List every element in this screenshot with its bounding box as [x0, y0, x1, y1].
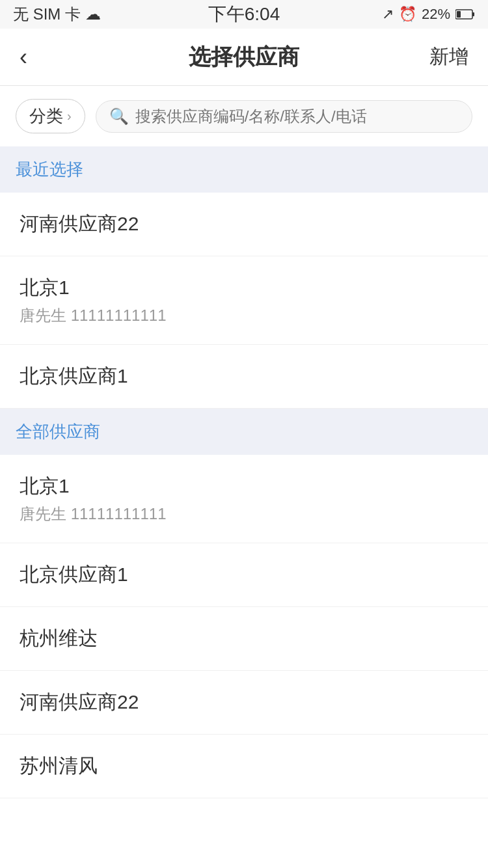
status-time: 下午6:04	[208, 2, 280, 27]
list-item[interactable]: 北京供应商1	[0, 543, 488, 607]
list-item[interactable]: 河南供应商22	[0, 193, 488, 256]
supplier-name: 北京1	[20, 275, 468, 301]
recent-list: 河南供应商22北京1唐先生 11111111111北京供应商1	[0, 193, 488, 409]
supplier-sub: 唐先生 11111111111	[20, 305, 468, 326]
all-list: 北京1唐先生 11111111111北京供应商1杭州维达河南供应商22苏州清风	[0, 455, 488, 798]
supplier-sub: 唐先生 11111111111	[20, 504, 468, 524]
category-label: 分类	[29, 105, 63, 128]
battery-icon	[455, 9, 475, 20]
add-button[interactable]: 新增	[429, 44, 468, 70]
status-bar: 无 SIM 卡 ☁ 下午6:04 ↗ ⏰ 22%	[0, 0, 488, 29]
list-item[interactable]: 北京1唐先生 11111111111	[0, 256, 488, 345]
all-section-header: 全部供应商	[0, 409, 488, 455]
supplier-name: 苏州清风	[20, 753, 468, 780]
page-title: 选择供应商	[189, 42, 299, 72]
status-left: 无 SIM 卡 ☁	[13, 4, 101, 25]
recent-section-label: 最近选择	[16, 159, 83, 179]
all-section-label: 全部供应商	[16, 422, 100, 441]
supplier-name: 北京供应商1	[20, 562, 468, 588]
back-button[interactable]: ‹	[20, 44, 59, 71]
list-item[interactable]: 苏州清风	[0, 735, 488, 798]
svg-rect-1	[472, 12, 474, 16]
filter-bar: 分类 › 🔍	[0, 86, 488, 146]
alarm-icon: ⏰	[399, 6, 416, 23]
search-icon: 🔍	[109, 107, 129, 126]
battery-label: 22%	[422, 6, 450, 23]
no-sim-label: 无 SIM 卡 ☁	[13, 4, 101, 25]
supplier-name: 杭州维达	[20, 625, 468, 652]
list-item[interactable]: 北京供应商1	[0, 345, 488, 409]
supplier-name: 北京供应商1	[20, 363, 468, 390]
supplier-name: 河南供应商22	[20, 689, 468, 716]
nav-bar: ‹ 选择供应商 新增	[0, 29, 488, 86]
location-icon: ↗	[382, 6, 394, 23]
supplier-name: 北京1	[20, 473, 468, 500]
search-bar[interactable]: 🔍	[96, 100, 472, 133]
search-input[interactable]	[135, 107, 459, 126]
list-item[interactable]: 河南供应商22	[0, 671, 488, 735]
category-button[interactable]: 分类 ›	[16, 99, 85, 133]
list-item[interactable]: 杭州维达	[0, 607, 488, 671]
recent-section-header: 最近选择	[0, 146, 488, 193]
chevron-right-icon: ›	[67, 109, 72, 124]
status-right: ↗ ⏰ 22%	[382, 6, 475, 23]
list-item[interactable]: 北京1唐先生 11111111111	[0, 455, 488, 543]
svg-rect-2	[457, 11, 461, 18]
supplier-name: 河南供应商22	[20, 211, 468, 237]
